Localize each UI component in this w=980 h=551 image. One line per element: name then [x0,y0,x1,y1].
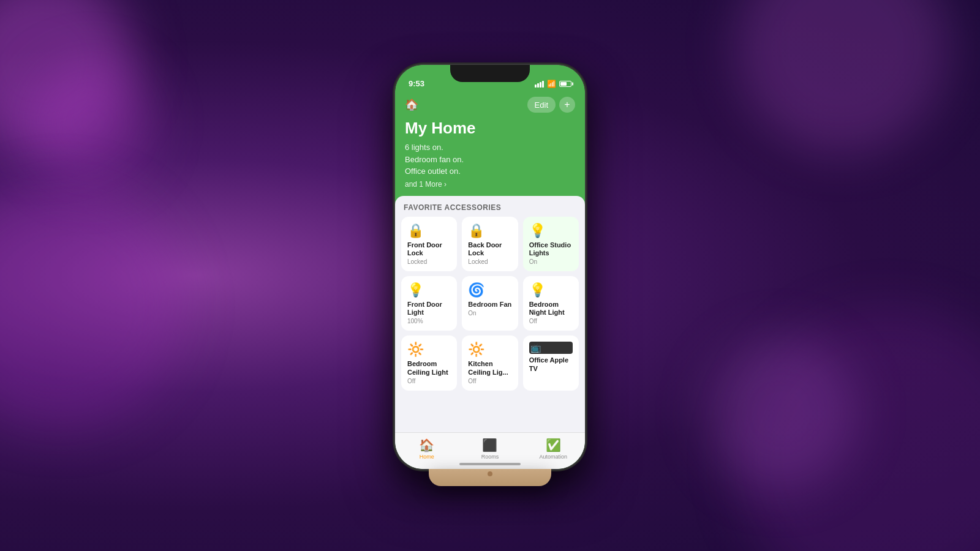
tile-status-office-studio: On [529,258,573,265]
tile-front-door-lock[interactable]: 🔒 Front Door Lock Locked [401,217,457,271]
rooms-tab-label: Rooms [481,454,499,460]
phone: 9:53 📶 🏠 [395,65,585,469]
tile-name-bedroom-night-light: Bedroom Night Light [529,301,573,317]
tile-back-door-lock[interactable]: 🔒 Back Door Lock Locked [462,217,518,271]
hero-status-text: 6 lights on. Bedroom fan on. Office outl… [405,141,575,178]
add-button[interactable]: + [559,97,575,113]
phone-stand: 9:53 📶 🏠 [395,65,585,486]
tile-bedroom-night-light[interactable]: 💡 Bedroom Night Light Off [523,276,579,331]
tile-status-kitchen-ceiling: Off [468,378,511,384]
status-line-1: 6 lights on. [405,143,443,152]
apple-tv-icon: 📺 [529,342,573,354]
tile-name-front-door-lock: Front Door Lock [407,241,451,257]
tile-name-bedroom-fan: Bedroom Fan [468,301,511,309]
status-icons: 📶 [535,80,571,88]
tile-status-front-door-lock: Locked [407,258,451,265]
tile-name-front-door-light: Front Door Light [407,301,451,317]
tab-home[interactable]: 🏠 Home [395,438,458,460]
edit-button[interactable]: Edit [527,97,556,113]
section-label: Favorite Accessories [401,203,579,212]
accessories-section: Favorite Accessories 🔒 Front Door Lock L… [395,196,585,469]
status-time: 9:53 [409,79,424,88]
tile-kitchen-ceiling-light[interactable]: 🔆 Kitchen Ceiling Lig... Off [462,335,518,390]
tile-status-bedroom-night-light: Off [529,318,573,324]
tile-name-apple-tv: Office Apple TV [529,356,573,372]
status-line-2: Bedroom fan on. [405,155,464,164]
tile-name-office-studio: Office Studio Lights [529,241,573,257]
tab-rooms[interactable]: ⬛ Rooms [458,438,521,460]
automation-tab-label: Automation [540,454,568,460]
phone-notch [450,65,530,82]
tab-bar: 🏠 Home ⬛ Rooms ✅ Automation [395,432,585,469]
tile-name-bedroom-ceiling: Bedroom Ceiling Light [407,360,451,376]
tile-bedroom-ceiling-light[interactable]: 🔆 Bedroom Ceiling Light Off [401,335,457,390]
bulb-yellow-icon: 💡 [407,282,451,298]
rooms-tab-icon: ⬛ [482,438,497,452]
wifi-icon: 📶 [547,80,556,88]
tile-front-door-light[interactable]: 💡 Front Door Light 100% [401,276,457,331]
fan-icon: 🌀 [468,282,511,298]
tile-office-studio-lights[interactable]: 💡 Office Studio Lights On [523,217,579,271]
home-tab-label: Home [420,454,434,460]
ceiling-light-icon-bedroom: 🔆 [407,342,451,358]
tile-status-bedroom-fan: On [468,310,511,317]
tab-automation[interactable]: ✅ Automation [522,438,585,460]
tile-status-front-door-light: 100% [407,318,451,324]
tile-status-back-door-lock: Locked [468,258,511,265]
tile-status-bedroom-ceiling: Off [407,378,451,384]
battery-icon [559,81,571,87]
tile-name-back-door-lock: Back Door Lock [468,241,511,257]
home-tab-icon: 🏠 [419,438,434,452]
ceiling-light-icon-kitchen: 🔆 [468,342,511,358]
hero-section: My Home 6 lights on. Bedroom fan on. Off… [395,115,585,196]
signal-bars-icon [535,81,544,88]
status-line-3: Office outlet on. [405,167,461,176]
tile-office-apple-tv[interactable]: 📺 Office Apple TV [523,335,579,390]
accessories-grid: 🔒 Front Door Lock Locked 🔒 Back Door Loc… [401,217,579,391]
automation-tab-icon: ✅ [546,438,561,452]
home-house-icon: 🏠 [405,98,418,111]
tile-name-kitchen-ceiling: Kitchen Ceiling Lig... [468,360,511,376]
bulb-off-icon: 💡 [529,282,573,298]
app-content: 🏠 Edit + My Home 6 lights on. Bedroom fa… [395,92,585,469]
tile-bedroom-fan[interactable]: 🌀 Bedroom Fan On [462,276,518,331]
lock-icon-back: 🔒 [468,223,511,239]
home-indicator [459,463,521,465]
top-nav: 🏠 Edit + [395,92,585,115]
nav-actions: Edit + [527,97,575,113]
more-link[interactable]: and 1 More › [405,180,575,189]
bulb-on-icon: 💡 [529,223,573,239]
phone-dock [429,469,551,486]
page-title: My Home [405,119,575,138]
lock-icon: 🔒 [407,223,451,239]
phone-screen: 9:53 📶 🏠 [395,65,585,469]
